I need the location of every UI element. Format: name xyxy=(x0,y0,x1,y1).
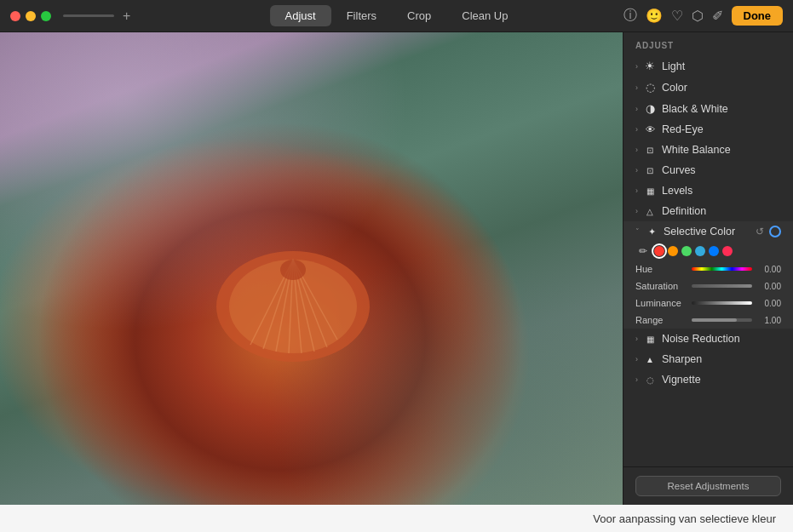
fullscreen-button[interactable] xyxy=(41,11,51,21)
chevron-right-icon: › xyxy=(635,83,638,92)
bw-icon: ◑ xyxy=(643,102,657,115)
definition-icon: △ xyxy=(643,207,657,216)
chevron-right-icon: › xyxy=(635,62,638,71)
chevron-right-icon: › xyxy=(635,146,638,154)
range-label: Range xyxy=(635,315,687,325)
hue-slider-row: Hue 0.00 xyxy=(623,260,793,277)
pencil-icon[interactable]: ✏ xyxy=(639,245,647,257)
swatch-pink[interactable] xyxy=(722,246,733,256)
hue-label: Hue xyxy=(635,264,687,274)
levels-icon: ▦ xyxy=(643,186,657,196)
range-slider[interactable] xyxy=(692,314,752,326)
luminance-label: Luminance xyxy=(635,298,687,308)
light-label: Light xyxy=(662,60,781,72)
tab-adjust[interactable]: Adjust xyxy=(270,5,331,26)
photo-canvas xyxy=(0,32,623,505)
shell-image xyxy=(199,226,387,370)
adjust-item-curves[interactable]: › ⊡ Curves xyxy=(623,160,793,180)
titlebar: + Adjust Filters Crop Clean Up ⓘ 🙂 ♡ ⬡ ✐… xyxy=(0,0,793,32)
swatch-green[interactable] xyxy=(681,246,692,256)
minimize-button[interactable] xyxy=(26,11,36,21)
tab-filters[interactable]: Filters xyxy=(331,5,392,26)
caption-text: Voor aanpassing van selectieve kleur xyxy=(593,512,776,525)
adjust-list: › ☀ Light › ◌ Color › ◑ Black & White › … xyxy=(623,55,793,466)
swatch-blue[interactable] xyxy=(709,246,719,256)
adjust-item-definition[interactable]: › △ Definition xyxy=(623,201,793,221)
undo-icon[interactable]: ↺ xyxy=(756,226,764,237)
luminance-slider-row: Luminance 0.00 xyxy=(623,295,793,312)
luminance-slider[interactable] xyxy=(692,297,752,309)
color-icon: ◌ xyxy=(643,81,657,94)
reset-adjustments-button[interactable]: Reset Adjustments xyxy=(635,476,781,496)
sharpen-icon: ▲ xyxy=(643,355,657,364)
saturation-slider-row: Saturation 0.00 xyxy=(623,277,793,295)
swatch-cyan[interactable] xyxy=(695,246,705,256)
redeye-label: Red-Eye xyxy=(662,123,781,135)
chevron-right-icon: › xyxy=(635,335,638,343)
chevron-right-icon: › xyxy=(635,166,638,174)
chevron-right-icon: › xyxy=(635,375,638,384)
range-value: 1.00 xyxy=(757,316,781,325)
photo-area xyxy=(0,32,623,505)
noise-icon: ▦ xyxy=(643,335,657,344)
chevron-right-icon: › xyxy=(635,355,638,363)
info-icon[interactable]: ⓘ xyxy=(623,7,637,25)
right-panel: Adjust › ☀ Light › ◌ Color › ◑ Black & W… xyxy=(623,32,793,505)
swatch-red[interactable] xyxy=(654,246,664,256)
adjust-item-color[interactable]: › ◌ Color xyxy=(623,77,793,98)
redeye-icon: 👁 xyxy=(643,124,657,134)
light-icon: ☀ xyxy=(643,60,657,72)
adjust-item-sharpen[interactable]: › ▲ Sharpen xyxy=(623,349,793,369)
hue-value: 0.00 xyxy=(757,265,781,274)
tools-icon[interactable]: ✐ xyxy=(712,8,723,24)
adjust-item-levels[interactable]: › ▦ Levels xyxy=(623,180,793,201)
saturation-value: 0.00 xyxy=(757,282,781,291)
share-icon[interactable]: ⬡ xyxy=(692,8,704,24)
tab-cleanup[interactable]: Clean Up xyxy=(446,5,523,26)
selective-color-section: ˅ ✦ Selective Color ↺ ✏ xyxy=(623,221,793,329)
heart-icon[interactable]: ♡ xyxy=(671,8,683,24)
nav-tabs: Adjust Filters Crop Clean Up xyxy=(270,5,524,26)
curves-icon: ⊡ xyxy=(643,166,657,175)
wb-icon: ⊡ xyxy=(643,146,657,155)
curves-label: Curves xyxy=(662,164,781,176)
chevron-right-icon: › xyxy=(635,105,638,113)
saturation-slider[interactable] xyxy=(692,280,752,292)
sharpen-label: Sharpen xyxy=(662,353,781,365)
selective-color-actions: ↺ xyxy=(756,226,781,237)
chevron-right-icon: › xyxy=(635,125,638,134)
chevron-down-icon: ˅ xyxy=(635,227,640,236)
plus-icon[interactable]: + xyxy=(123,9,130,24)
saturation-label: Saturation xyxy=(635,281,687,291)
color-swatches-row: ✏ xyxy=(623,242,793,260)
tab-crop[interactable]: Crop xyxy=(392,5,446,26)
svg-point-10 xyxy=(280,260,306,280)
brightness-slider[interactable]: + xyxy=(63,9,130,24)
color-label: Color xyxy=(662,82,781,94)
close-button[interactable] xyxy=(10,11,20,21)
selective-color-icon: ✦ xyxy=(645,226,658,237)
definition-label: Definition xyxy=(662,205,781,217)
traffic-lights xyxy=(10,11,51,21)
wb-label: White Balance xyxy=(662,144,781,156)
adjust-item-selective-color[interactable]: ˅ ✦ Selective Color ↺ xyxy=(623,221,793,242)
noise-label: Noise Reduction xyxy=(662,333,781,345)
hue-slider[interactable] xyxy=(692,263,752,275)
chevron-right-icon: › xyxy=(635,186,638,195)
adjust-item-wb[interactable]: › ⊡ White Balance xyxy=(623,140,793,160)
swatch-orange[interactable] xyxy=(668,246,678,256)
bottom-panel: Reset Adjustments xyxy=(623,466,793,505)
selective-color-label: Selective Color xyxy=(664,226,735,237)
adjust-item-redeye[interactable]: › 👁 Red-Eye xyxy=(623,119,793,140)
range-slider-row: Range 1.00 xyxy=(623,312,793,329)
adjust-item-light[interactable]: › ☀ Light xyxy=(623,55,793,77)
emoji-icon[interactable]: 🙂 xyxy=(646,8,663,24)
adjust-item-bw[interactable]: › ◑ Black & White xyxy=(623,98,793,119)
slider-track xyxy=(63,14,114,17)
done-button[interactable]: Done xyxy=(732,6,784,26)
bw-label: Black & White xyxy=(662,103,781,115)
toggle-circle-button[interactable] xyxy=(769,226,781,237)
adjust-item-vignette[interactable]: › ◌ Vignette xyxy=(623,369,793,390)
chevron-right-icon: › xyxy=(635,207,638,215)
adjust-item-noise[interactable]: › ▦ Noise Reduction xyxy=(623,329,793,349)
